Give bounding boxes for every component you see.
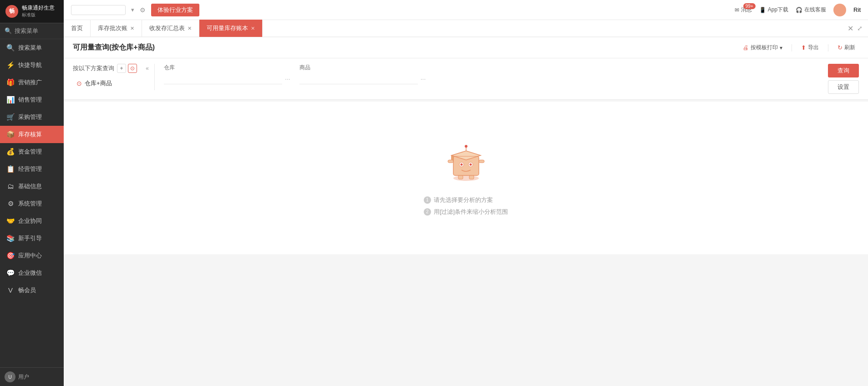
sidebar-item-finance[interactable]: 💰资金管理 (0, 143, 64, 160)
sidebar: 畅 畅康通好生意 标准版 🔍 搜索菜单 🔍搜索菜单⚡快捷导航🎁营销推广📊销售管理… (0, 0, 64, 386)
sidebar-item-label-system: 系统管理 (18, 200, 42, 208)
tab-close-icon-2[interactable]: ✕ (188, 26, 192, 31)
sidebar-header: 畅 畅康通好生意 标准版 (0, 0, 64, 23)
sidebar-item-label-operation: 经营管理 (18, 165, 42, 173)
purchase-icon: 🛒 (6, 113, 15, 121)
chevron-down-icon[interactable]: ▾ (131, 6, 134, 13)
tabs-right: ✕ ⤢ (848, 24, 868, 33)
sidebar-item-purchase[interactable]: 🛒采购管理 (0, 108, 64, 126)
print-label: 按模板打印 (751, 44, 778, 51)
svg-rect-11 (458, 175, 463, 179)
filter-scheme-header: 按以下方案查询 + ⊙ « (73, 64, 149, 73)
svg-point-0 (453, 175, 479, 181)
gear-icon[interactable]: ⚙ (140, 6, 146, 14)
tab-label-3: 可用量库存账本 (207, 24, 248, 32)
tab-close-icon-1[interactable]: ✕ (130, 26, 134, 31)
svg-rect-10 (479, 160, 484, 163)
sidebar-item-basic[interactable]: 🗂基础信息 (0, 178, 64, 195)
sidebar-item-label-app-center: 应用中心 (18, 252, 42, 260)
message-button[interactable]: ✉ 消息 99+ (735, 6, 752, 14)
sidebar-item-wechat[interactable]: 💬企业微信 (0, 264, 64, 282)
tab-0[interactable]: 首页 (64, 20, 91, 37)
sidebar-item-sales[interactable]: 📊销售管理 (0, 91, 64, 108)
sidebar-item-inventory[interactable]: 📦库存核算 (0, 126, 64, 143)
scheme-item-warehouse-goods[interactable]: ⊙ 仓库+商品 (73, 77, 149, 90)
sidebar-title: 畅康通好生意 (22, 5, 55, 12)
sidebar-bottom: U 用户 (0, 367, 64, 386)
sidebar-item-operation[interactable]: 📋经营管理 (0, 160, 64, 178)
refresh-button[interactable]: ↻ 刷新 (834, 42, 859, 53)
wechat-icon: 💬 (6, 269, 15, 277)
tabs-bar: 首页库存批次账✕收发存汇总表✕可用量库存账本✕ ✕ ⤢ (64, 20, 868, 37)
sidebar-item-label-newbie: 新手引导 (18, 234, 42, 242)
query-btn-area: 查询 设置 (819, 64, 859, 94)
goods-more-icon[interactable]: ··· (421, 75, 426, 82)
basic-icon: 🗂 (6, 182, 15, 190)
empty-state: 1 请先选择要分析的方案 2 用[过滤]条件来缩小分析范围 (64, 102, 868, 254)
sidebar-item-app-center[interactable]: 🎯应用中心 (0, 247, 64, 264)
service-button[interactable]: 🎧 在线客服 (796, 6, 826, 14)
filter-scheme-label: 按以下方案查询 (73, 64, 114, 72)
printer-icon: 🖨 (743, 44, 749, 51)
collapse-icon[interactable]: « (146, 65, 149, 72)
tab-1[interactable]: 库存批次账✕ (91, 20, 142, 37)
print-button[interactable]: 🖨 按模板打印 ▾ (739, 42, 786, 53)
tip-text-2: 用[过滤]条件来缩小分析范围 (434, 206, 508, 218)
sidebar-item-search[interactable]: 🔍搜索菜单 (0, 39, 64, 57)
page-title: 可用量查询(按仓库+商品) (73, 43, 155, 52)
sidebar-search[interactable]: 🔍 搜索菜单 (0, 23, 64, 39)
svg-point-8 (469, 164, 472, 166)
app-download-button[interactable]: 📱 App下载 (759, 6, 788, 14)
newbie-icon: 📚 (6, 234, 15, 242)
scheme-add-button[interactable]: + (117, 64, 126, 73)
user-avatar-topbar[interactable] (833, 4, 846, 16)
filter-area: 按以下方案查询 + ⊙ « ⊙ 仓库+商品 仓库 ·· (64, 58, 868, 100)
sidebar-item-label-basic: 基础信息 (18, 182, 42, 190)
query-button[interactable]: 查询 (828, 64, 859, 77)
page-header-actions: 🖨 按模板打印 ▾ ⬆ 导出 ↻ 刷新 (739, 42, 859, 53)
scheme-settings-button[interactable]: ⊙ (128, 64, 137, 73)
warehouse-input[interactable] (164, 73, 282, 84)
empty-icon-area (443, 138, 489, 185)
refresh-icon: ↻ (838, 44, 843, 51)
sidebar-item-quick-nav[interactable]: ⚡快捷导航 (0, 57, 64, 74)
tab-close-all-button[interactable]: ✕ (848, 24, 853, 33)
tab-expand-button[interactable]: ⤢ (857, 25, 863, 32)
goods-input[interactable] (299, 73, 418, 84)
tab-label-0: 首页 (71, 24, 83, 32)
trial-button[interactable]: 体验行业方案 (151, 4, 199, 16)
sidebar-item-member[interactable]: V畅会员 (0, 282, 64, 299)
app-label: App下载 (768, 6, 788, 14)
topbar-input[interactable] (71, 5, 126, 15)
sidebar-user[interactable]: U 用户 (5, 371, 59, 382)
warehouse-more-icon[interactable]: ··· (285, 75, 290, 82)
filter-field-goods: 商品 ··· (299, 64, 426, 84)
message-icon: ✉ (735, 7, 739, 13)
sidebar-item-marketing[interactable]: 🎁营销推广 (0, 74, 64, 91)
sidebar-item-system[interactable]: ⚙系统管理 (0, 195, 64, 212)
page-header: 可用量查询(按仓库+商品) 🖨 按模板打印 ▾ ⬆ 导出 ↻ 刷新 (64, 37, 868, 58)
mobile-icon: 📱 (759, 7, 766, 13)
svg-rect-9 (448, 160, 453, 163)
breadcrumb (71, 5, 126, 15)
sidebar-item-enterprise[interactable]: 🤝企业协同 (0, 212, 64, 230)
message-badge: 99+ (743, 3, 756, 9)
sidebar-item-label-quick-nav: 快捷导航 (18, 61, 42, 69)
tip-row-1: 1 请先选择要分析的方案 (424, 194, 508, 206)
sidebar-item-label-sales: 销售管理 (18, 96, 42, 104)
empty-tips: 1 请先选择要分析的方案 2 用[过滤]条件来缩小分析范围 (424, 194, 508, 218)
warehouse-label: 仓库 (164, 64, 290, 72)
sidebar-nav: 🔍搜索菜单⚡快捷导航🎁营销推广📊销售管理🛒采购管理📦库存核算💰资金管理📋经营管理… (0, 39, 64, 367)
sidebar-item-newbie[interactable]: 📚新手引导 (0, 230, 64, 247)
sidebar-item-label-finance: 资金管理 (18, 148, 42, 156)
settings-button[interactable]: 设置 (828, 80, 859, 94)
service-label: 在线客服 (804, 6, 826, 14)
tab-3[interactable]: 可用量库存账本✕ (199, 20, 263, 37)
export-button[interactable]: ⬆ 导出 (797, 42, 822, 53)
sidebar-item-label-wechat: 企业微信 (18, 269, 42, 277)
tab-close-icon-3[interactable]: ✕ (251, 26, 255, 31)
sidebar-subtitle: 标准版 (22, 12, 55, 18)
inventory-icon: 📦 (6, 130, 15, 139)
svg-point-14 (465, 145, 467, 148)
tab-2[interactable]: 收发存汇总表✕ (142, 20, 199, 37)
